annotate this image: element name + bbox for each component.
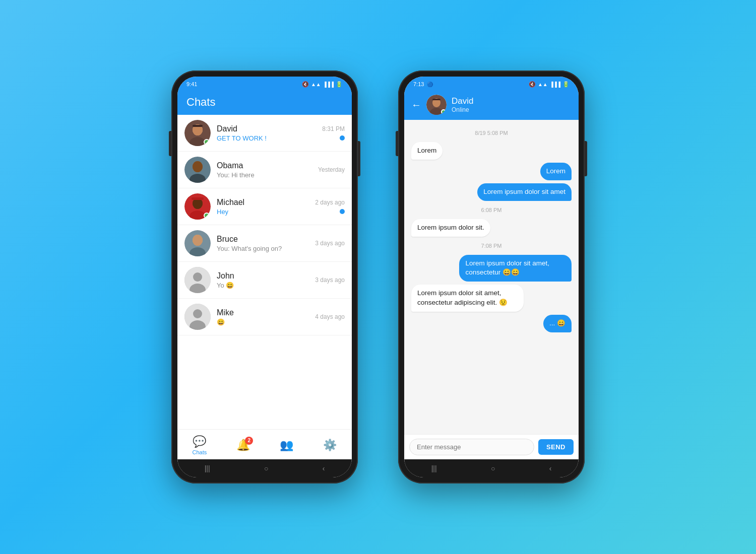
signal-icon: ▐▐▐: [323, 82, 334, 87]
bubble-received: Lorem: [411, 142, 443, 160]
chat-info: John Yo 😄: [217, 271, 309, 289]
message-input[interactable]: [409, 439, 534, 455]
svg-point-8: [193, 161, 203, 172]
nav-btn-menu: |||: [205, 464, 210, 472]
chat-name: David: [217, 124, 316, 133]
chat-time: 8:31 PM: [322, 125, 345, 132]
chat-meta: 8:31 PM: [322, 125, 345, 141]
chat-info: Michael Hey: [217, 198, 309, 216]
bubble-sent: ... 😄: [543, 315, 572, 332]
message-row: Lorem: [411, 142, 572, 160]
status-bar-left: 9:41 🔇 ▲▲ ▐▐▐ 🔋: [177, 77, 352, 91]
online-indicator: [204, 139, 210, 145]
chat-time: Yesterday: [318, 166, 345, 173]
mute-icon2: 🔇: [529, 81, 536, 88]
message-row: Lorem ipsum dolor sit.: [411, 219, 572, 237]
phone-nav-bar-right: ||| ○ ‹: [404, 459, 579, 477]
time-right: 7:13: [413, 81, 424, 87]
bubble-received: Lorem ipsum dolor sit amet, consectetur …: [411, 285, 524, 312]
chat-preview: You: Hi there: [217, 171, 312, 179]
nav-settings[interactable]: ⚙️: [323, 439, 337, 452]
wifi-icon: ▲▲: [311, 82, 321, 87]
list-item[interactable]: Michael Hey 2 days ago: [177, 188, 352, 225]
list-item[interactable]: Bruce You: What's going on? 3 days ago: [177, 225, 352, 262]
nav-chats-label: Chats: [193, 449, 207, 455]
chat-top-bar: ← David Online: [404, 91, 579, 120]
avatar: [184, 304, 211, 330]
svg-rect-13: [192, 197, 204, 200]
chat-info: Bruce You: What's going on?: [217, 235, 309, 252]
nav-btn-home: ○: [264, 464, 268, 472]
avatar: [184, 120, 211, 146]
list-item[interactable]: John Yo 😄 3 days ago: [177, 262, 352, 299]
chat-name: Obama: [217, 161, 312, 170]
back-button[interactable]: ←: [411, 99, 421, 111]
phone-nav-bar: ||| ○ ‹: [177, 459, 352, 477]
chat-list-header: Chats: [177, 91, 352, 115]
list-item[interactable]: David GET TO WORK ! 8:31 PM: [177, 115, 352, 152]
message-row: ... 😄: [411, 315, 572, 332]
wifi-icon2: ▲▲: [538, 82, 548, 87]
chat-time: 2 days ago: [315, 199, 345, 206]
chat-list: David GET TO WORK ! 8:31 PM: [177, 115, 352, 429]
timestamp: 7:08 PM: [411, 243, 572, 249]
chat-name: Bruce: [217, 235, 309, 244]
chat-meta: 3 days ago: [315, 276, 345, 284]
bubble-received: Lorem ipsum dolor sit.: [411, 219, 490, 237]
chat-time: 3 days ago: [315, 276, 345, 284]
avatar: [184, 157, 211, 183]
nav-btn-menu2: |||: [431, 464, 437, 472]
chat-info: David GET TO WORK !: [217, 124, 316, 142]
message-row: Lorem ipsum dolor sit amet: [411, 183, 572, 201]
phone-chat-screen: 7:13 🔵 🔇 ▲▲ ▐▐▐ 🔋 ←: [398, 71, 585, 483]
avatar: [184, 230, 211, 256]
list-item[interactable]: Obama You: Hi there Yesterday: [177, 152, 352, 188]
mute-icon: 🔇: [302, 81, 309, 88]
chat-list-title: Chats: [186, 96, 343, 109]
bubble-sent: Lorem ipsum dolor sit amet: [477, 183, 572, 201]
message-input-area: SEND: [404, 434, 579, 459]
send-button[interactable]: SEND: [538, 439, 574, 455]
online-indicator: [204, 213, 210, 219]
nav-contacts[interactable]: 👥: [280, 439, 293, 452]
contact-info: David Online: [452, 96, 572, 113]
message-row: Lorem ipsum dolor sit amet, consectetur …: [411, 255, 572, 282]
svg-point-17: [193, 235, 203, 246]
bubble-sent: Lorem: [540, 163, 572, 180]
message-row: Lorem: [411, 163, 572, 180]
list-item[interactable]: Mike 😄 4 days ago: [177, 299, 352, 335]
phone-chat-list: 9:41 🔇 ▲▲ ▐▐▐ 🔋 Chats: [171, 71, 358, 483]
nav-chats[interactable]: 💬 Chats: [193, 435, 207, 455]
chat-meta: Yesterday: [318, 166, 345, 173]
unread-indicator: [340, 209, 345, 214]
nav-btn-back: ‹: [323, 464, 325, 472]
signal-icon2: ▐▐▐: [550, 82, 560, 87]
timestamp: 8/19 5:08 PM: [411, 130, 572, 136]
status-icons-right: 🔇 ▲▲ ▐▐▐ 🔋: [529, 81, 570, 88]
nav-notifications[interactable]: 🔔 2: [236, 439, 250, 452]
messages-area: 8/19 5:08 PM Lorem Lorem Lorem ipsum dol…: [404, 120, 579, 434]
chat-preview: You: What's going on?: [217, 245, 309, 252]
chat-name: Michael: [217, 198, 309, 207]
chat-name: John: [217, 271, 309, 281]
svg-point-22: [193, 309, 202, 318]
time-left: 9:41: [186, 81, 197, 87]
bubble-sent: Lorem ipsum dolor sit amet, consectetur …: [459, 255, 572, 282]
battery-icon2: 🔋: [562, 81, 570, 88]
chat-info: Obama You: Hi there: [217, 161, 312, 179]
svg-point-19: [193, 272, 202, 282]
chat-name: Mike: [217, 308, 309, 317]
contact-avatar: [426, 95, 447, 115]
location-icon: 🔵: [427, 82, 433, 87]
chat-preview: Yo 😄: [217, 282, 309, 289]
people-icon: 👥: [280, 439, 293, 452]
battery-icon: 🔋: [336, 81, 343, 88]
nav-btn-back2: ‹: [549, 464, 552, 472]
unread-indicator: [340, 135, 345, 141]
message-row: Lorem ipsum dolor sit amet, consectetur …: [411, 285, 572, 312]
timestamp: 6:08 PM: [411, 207, 572, 213]
svg-rect-27: [432, 99, 440, 100]
chat-preview: 😄: [217, 318, 309, 326]
status-bar-right: 7:13 🔵 🔇 ▲▲ ▐▐▐ 🔋: [404, 77, 579, 91]
chat-meta: 2 days ago: [315, 199, 345, 214]
